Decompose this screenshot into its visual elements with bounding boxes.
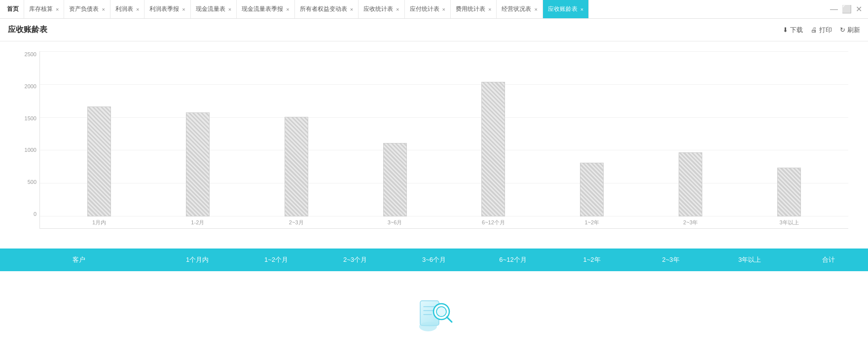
- close-tab-receivable-stat[interactable]: ×: [396, 6, 399, 12]
- bar-group-6: [679, 152, 702, 216]
- x-label-7: 3年以上: [774, 219, 804, 226]
- table-header-col-4: 3~6个月: [395, 255, 473, 264]
- download-button[interactable]: ⬇ 下载: [783, 26, 803, 35]
- table-header-col-5: 6~12个月: [473, 255, 552, 264]
- window-actions: — ⬜ ✕: [830, 4, 866, 14]
- page-container: 应收账龄表 ⬇ 下载 🖨 打印 ↻ 刷新 0 500: [0, 19, 868, 355]
- bar-group-4: [481, 82, 505, 216]
- close-tab-equity[interactable]: ×: [350, 6, 353, 12]
- x-label-0: 1月内: [84, 219, 114, 226]
- x-label-1: 1-2月: [183, 219, 213, 226]
- table-header-col-6: 1~2年: [552, 255, 631, 264]
- close-tab-payable-stat[interactable]: ×: [442, 6, 445, 12]
- close-tab-cashflow-quarterly[interactable]: ×: [286, 6, 289, 12]
- tab-receivable-aging[interactable]: 应收账龄表 ×: [543, 0, 589, 19]
- close-tab-balance[interactable]: ×: [102, 6, 105, 12]
- page-header: 应收账龄表 ⬇ 下载 🖨 打印 ↻ 刷新: [0, 19, 868, 41]
- tab-cashflow[interactable]: 现金流量表 ×: [191, 0, 237, 19]
- tab-payable-stat[interactable]: 应付统计表 ×: [405, 0, 451, 19]
- bar-1: [186, 112, 210, 216]
- x-label-2: 2~3月: [282, 219, 311, 226]
- bar-0: [87, 106, 111, 216]
- tab-expense-stat[interactable]: 费用统计表 ×: [451, 0, 497, 19]
- x-label-5: 1~2年: [577, 219, 607, 226]
- x-label-3: 3~6月: [380, 219, 410, 226]
- bar-7: [777, 168, 801, 216]
- bar-2: [285, 117, 308, 216]
- tab-profit[interactable]: 利润表 ×: [110, 0, 145, 19]
- print-icon: 🖨: [811, 26, 817, 34]
- tab-receivable-stat[interactable]: 应收统计表 ×: [359, 0, 404, 19]
- print-button[interactable]: 🖨 打印: [811, 26, 832, 35]
- bar-group-0: [87, 106, 111, 216]
- close-tab-receivable-aging[interactable]: ×: [580, 6, 583, 12]
- table-header-col-2: 1~2个月: [237, 255, 316, 264]
- bars-container: [40, 51, 848, 216]
- bar-group-2: [285, 117, 308, 216]
- table-header-col-7: 2~3年: [631, 255, 710, 264]
- y-label-1500: 1500: [25, 115, 36, 121]
- bar-3: [383, 143, 407, 216]
- bar-6: [679, 152, 702, 216]
- maximize-button[interactable]: ⬜: [842, 4, 852, 14]
- bar-group-7: [777, 168, 801, 216]
- close-tab-expense-stat[interactable]: ×: [488, 6, 491, 12]
- empty-state: [0, 271, 868, 355]
- table-header-col-1: 1个月内: [158, 255, 237, 264]
- tab-home[interactable]: 首页: [2, 0, 24, 19]
- table-header-col-0: 客户: [0, 255, 158, 264]
- minimize-button[interactable]: —: [830, 5, 838, 14]
- tab-balance[interactable]: 资产负债表 ×: [64, 0, 110, 19]
- x-label-6: 2~3年: [676, 219, 705, 226]
- bar-group-3: [383, 143, 407, 216]
- empty-icon: [409, 291, 459, 335]
- close-tab-inventory[interactable]: ×: [56, 6, 59, 12]
- bar-group-1: [186, 112, 210, 216]
- y-label-2000: 2000: [25, 83, 36, 89]
- table-header-col-3: 2~3个月: [316, 255, 395, 264]
- tab-profit-quarterly[interactable]: 利润表季报 ×: [145, 0, 190, 19]
- bar-group-5: [580, 163, 604, 216]
- close-tab-cashflow[interactable]: ×: [228, 6, 231, 12]
- y-label-500: 500: [28, 179, 36, 185]
- tab-cashflow-quarterly[interactable]: 现金流量表季报 ×: [237, 0, 294, 19]
- chart-area: 0 500 1000 1500 2000 2500: [0, 41, 868, 248]
- table-header-col-8: 3年以上: [710, 255, 789, 264]
- table-header-col-9: 合计: [789, 255, 868, 264]
- x-axis: 1月内1-2月2~3月3~6月6~12个月1~2年2~3年3年以上: [40, 216, 848, 228]
- x-label-4: 6~12个月: [478, 219, 508, 226]
- main-content: 0 500 1000 1500 2000 2500: [0, 41, 868, 355]
- bar-4: [481, 82, 505, 216]
- refresh-icon: ↻: [840, 26, 845, 34]
- tab-equity[interactable]: 所有者权益变动表 ×: [295, 0, 359, 19]
- bar-5: [580, 163, 604, 216]
- page-title: 应收账龄表: [8, 25, 47, 35]
- tab-operation[interactable]: 经营状况表 ×: [497, 0, 542, 19]
- svg-line-8: [447, 317, 452, 322]
- download-icon: ⬇: [783, 26, 788, 34]
- table-header: 客户1个月内1~2个月2~3个月3~6个月6~12个月1~2年2~3年3年以上合…: [0, 248, 868, 271]
- y-label-2500: 2500: [25, 51, 36, 57]
- close-tab-operation[interactable]: ×: [534, 6, 537, 12]
- y-label-1000: 1000: [25, 147, 36, 153]
- tab-bar: 首页 库存核算 × 资产负债表 × 利润表 × 利润表季报 × 现金流量表 × …: [0, 0, 868, 19]
- tab-inventory[interactable]: 库存核算 ×: [24, 0, 64, 19]
- close-tab-profit-quarterly[interactable]: ×: [182, 6, 185, 12]
- close-button[interactable]: ✕: [856, 4, 862, 14]
- svg-point-9: [421, 322, 438, 327]
- svg-point-7: [436, 307, 446, 317]
- y-label-0: 0: [34, 211, 36, 217]
- chart-wrapper: 0 500 1000 1500 2000 2500: [20, 51, 848, 229]
- chart-body: 1月内1-2月2~3月3~6月6~12个月1~2年2~3年3年以上: [39, 51, 848, 229]
- page-actions: ⬇ 下载 🖨 打印 ↻ 刷新: [783, 26, 860, 35]
- y-axis: 0 500 1000 1500 2000 2500: [20, 51, 39, 229]
- refresh-button[interactable]: ↻ 刷新: [840, 26, 860, 35]
- close-tab-profit[interactable]: ×: [136, 6, 139, 12]
